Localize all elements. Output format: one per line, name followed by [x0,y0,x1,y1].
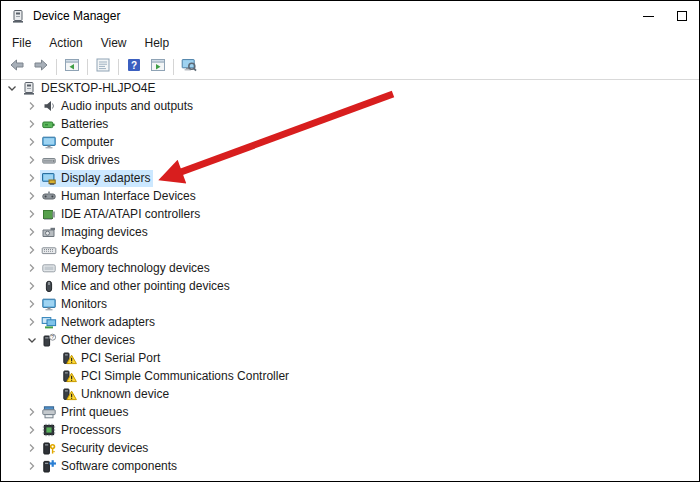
tree-item-memory-technology-devices[interactable]: Memory technology devices [2,259,698,277]
help-button[interactable]: ? [122,56,146,78]
chevron-right-icon[interactable] [24,404,40,420]
warning-device-icon [60,350,77,366]
security-device-icon [40,440,57,456]
tree-item-keyboards[interactable]: Keyboards [2,241,698,259]
maximize-icon [677,11,687,21]
tree-item-desktop-hljpo4e[interactable]: DESKTOP-HLJPO4E [2,79,698,97]
tree-item-print-queues[interactable]: Print queues [2,403,698,421]
help-icon: ? [126,57,142,77]
tree-item-imaging-devices[interactable]: Imaging devices [2,223,698,241]
tree-item-pci-serial-port[interactable]: PCI Serial Port [2,349,698,367]
tree-item-network-adapters[interactable]: Network adapters [2,313,698,331]
tree-item-label: Disk drives [61,153,120,167]
tree-item-label: Computer [61,135,114,149]
title-bar: Device Manager [1,1,699,31]
tree-item-label: Imaging devices [61,225,148,239]
chevron-right-icon[interactable] [24,440,40,456]
tree-item-pci-simple-communications-controller[interactable]: PCI Simple Communications Controller [2,367,698,385]
battery-icon [40,116,57,132]
tree-item-label: IDE ATA/ATAPI controllers [61,207,200,221]
chevron-right-icon[interactable] [24,170,40,186]
tree-item-mice-and-other-pointing-devices[interactable]: Mice and other pointing devices [2,277,698,295]
hid-icon [40,188,57,204]
chevron-down-icon[interactable] [24,332,40,348]
scan-hardware-icon [181,57,197,77]
menu-help[interactable]: Help [136,33,179,53]
menu-view[interactable]: View [92,33,136,53]
tree-item-label: Software components [61,459,177,473]
toolbar-separator [87,59,88,75]
disk-drive-icon [40,152,57,168]
toolbar-separator [173,59,174,75]
chevron-right-icon[interactable] [24,314,40,330]
chevron-right-icon[interactable] [24,278,40,294]
chevron-spacer [44,368,60,384]
chevron-right-icon[interactable] [24,242,40,258]
tree-item-batteries[interactable]: Batteries [2,115,698,133]
tree-item-label: Batteries [61,117,108,131]
tree-item-label: Audio inputs and outputs [61,99,193,113]
chevron-right-icon[interactable] [24,458,40,474]
menu-file[interactable]: File [3,33,40,53]
tree-item-label: Monitors [61,297,107,311]
show-action-pane-button[interactable] [146,56,170,78]
tree-item-ide-ata-atapi-controllers[interactable]: IDE ATA/ATAPI controllers [2,205,698,223]
tree-item-security-devices[interactable]: Security devices [2,439,698,457]
device-manager-icon [10,8,26,24]
console-tree-icon [64,57,80,77]
tree-item-software-components[interactable]: Software components [2,457,698,475]
minimize-button[interactable] [631,1,665,31]
properties-button[interactable] [91,56,115,78]
chevron-right-icon[interactable] [24,296,40,312]
show-console-tree-button[interactable] [60,56,84,78]
scan-hardware-changes-button[interactable] [177,56,201,78]
unknown-category-icon: ? [40,332,57,348]
chevron-right-icon[interactable] [24,206,40,222]
mouse-icon [40,278,57,294]
tree-item-label: Print queues [61,405,128,419]
forward-button[interactable] [29,56,53,78]
tree-item-label: Processors [61,423,121,437]
tree-item-monitors[interactable]: Monitors [2,295,698,313]
tree-item-human-interface-devices[interactable]: Human Interface Devices [2,187,698,205]
chevron-right-icon[interactable] [24,152,40,168]
back-arrow-icon [9,57,25,77]
chevron-right-icon[interactable] [24,224,40,240]
tree-item-label: Human Interface Devices [61,189,196,203]
svg-text:?: ? [131,60,137,71]
keyboard-icon [40,242,57,258]
tree-item-unknown-device[interactable]: Unknown device [2,385,698,403]
tree-item-disk-drives[interactable]: Disk drives [2,151,698,169]
tree-item-computer[interactable]: Computer [2,133,698,151]
speaker-icon [40,98,57,114]
chevron-down-icon[interactable] [4,80,20,96]
memory-device-icon [40,260,57,276]
chevron-right-icon[interactable] [24,422,40,438]
window-title: Device Manager [33,9,120,23]
tree-item-label: Mice and other pointing devices [61,279,230,293]
chevron-right-icon[interactable] [24,188,40,204]
chevron-right-icon[interactable] [24,134,40,150]
maximize-button[interactable] [665,1,699,31]
tree-item-processors[interactable]: Processors [2,421,698,439]
imaging-device-icon [40,224,57,240]
cpu-icon [40,422,57,438]
tree-item-other-devices[interactable]: ?Other devices [2,331,698,349]
tree-item-label: Memory technology devices [61,261,210,275]
ide-controller-icon [40,206,57,222]
computer-root-icon [20,80,37,96]
tree-item-display-adapters[interactable]: Display adapters [2,169,698,187]
tree-item-label: Keyboards [61,243,118,257]
toolbar-separator [56,59,57,75]
device-manager-window: Device Manager FileActionViewHelp ? DESK… [0,0,700,482]
monitor-icon [40,134,57,150]
chevron-right-icon[interactable] [24,260,40,276]
chevron-spacer [44,350,60,366]
back-button[interactable] [5,56,29,78]
tree-item-audio-inputs-and-outputs[interactable]: Audio inputs and outputs [2,97,698,115]
menu-action[interactable]: Action [40,33,91,53]
network-adapter-icon [40,314,57,330]
chevron-right-icon[interactable] [24,98,40,114]
tree-item-label: Other devices [61,333,135,347]
chevron-right-icon[interactable] [24,116,40,132]
